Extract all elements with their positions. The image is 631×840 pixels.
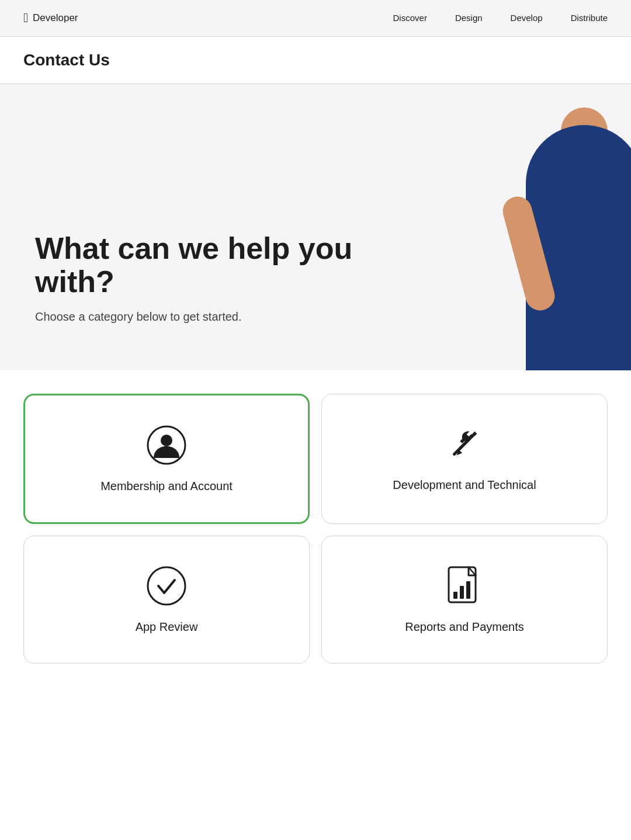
categories-grid: Membership and Account Development and T…: [23, 394, 608, 664]
hero-heading: What can we help you with?: [35, 232, 386, 298]
category-label-reports: Reports and Payments: [405, 620, 523, 634]
checkmark-circle-icon: [146, 565, 187, 606]
apple-developer-logo[interactable]:  Developer: [23, 11, 78, 26]
wrench-screwdriver-icon: [444, 424, 485, 464]
svg-point-1: [161, 435, 172, 446]
category-label-app-review: App Review: [136, 620, 198, 634]
categories-section: Membership and Account Development and T…: [0, 370, 631, 687]
page-title: Contact Us: [23, 51, 110, 70]
category-card-development[interactable]: Development and Technical: [321, 394, 608, 524]
category-card-membership[interactable]: Membership and Account: [23, 394, 310, 524]
hero-section: What can we help you with? Choose a cate…: [0, 84, 631, 370]
svg-rect-4: [453, 592, 457, 599]
category-label-membership: Membership and Account: [100, 480, 233, 493]
navbar:  Developer Discover Design Develop Dist…: [0, 0, 631, 37]
nav-distribute[interactable]: Distribute: [571, 13, 608, 23]
svg-rect-6: [466, 581, 470, 599]
category-label-development: Development and Technical: [393, 478, 536, 492]
document-chart-icon: [444, 565, 485, 606]
nav-develop[interactable]: Develop: [511, 13, 543, 23]
hero-subtext: Choose a category below to get started.: [35, 310, 386, 324]
nav-logo-text: Developer: [33, 12, 78, 24]
nav-design[interactable]: Design: [455, 13, 483, 23]
person-figure: [502, 84, 631, 370]
category-card-app-review[interactable]: App Review: [23, 536, 310, 664]
hero-illustration: [502, 84, 631, 370]
breadcrumb-bar: Contact Us: [0, 37, 631, 84]
nav-discover[interactable]: Discover: [393, 13, 427, 23]
svg-rect-5: [460, 586, 464, 599]
svg-point-2: [148, 567, 185, 605]
hero-content: What can we help you with? Choose a cate…: [35, 232, 386, 324]
apple-icon: : [23, 11, 28, 26]
category-card-reports[interactable]: Reports and Payments: [321, 536, 608, 664]
person-circle-icon: [146, 425, 187, 466]
nav-links: Discover Design Develop Distribute: [393, 13, 608, 23]
